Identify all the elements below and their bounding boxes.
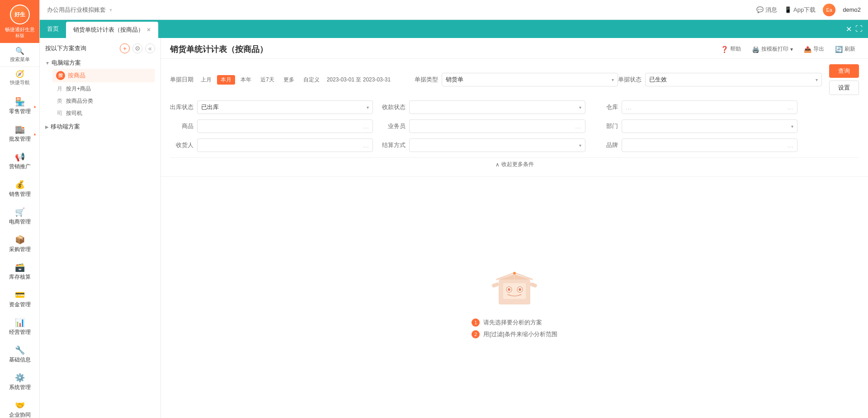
tree-item-icon-by-goods: 按 xyxy=(56,71,65,80)
app-download-label: App下载 xyxy=(793,6,816,14)
filter-settlement-control[interactable]: ▾ xyxy=(409,138,585,152)
query-button[interactable]: 查询 xyxy=(829,64,859,78)
empty-icon-svg xyxy=(487,257,542,311)
sidebar-menu-ecommerce[interactable]: 🛒 电商管理 xyxy=(0,203,39,230)
sidebar-menu-system[interactable]: ⚙️ 系统管理 xyxy=(0,368,39,396)
tab-sales-stats[interactable]: 销货单统计计表（按商品） ✕ xyxy=(66,22,158,38)
inventory-label: 库存核算 xyxy=(9,273,31,281)
filter-payment-status-control[interactable]: ▾ xyxy=(409,100,585,114)
sidebar-quick-nav[interactable]: 🧭 快捷导航 xyxy=(0,67,39,89)
warehouse-dots-icon[interactable]: … xyxy=(787,104,793,111)
message-action[interactable]: 💬 消息 xyxy=(756,6,777,14)
sidebar-menu-operation[interactable]: 📊 经营管理 xyxy=(0,313,39,341)
date-filter: 上月 本月 本年 近7天 更多 自定义 xyxy=(197,75,323,85)
refresh-btn[interactable]: 🔄 刷新 xyxy=(831,43,859,55)
sidebar-menu-marketing[interactable]: 📢 营销推广 xyxy=(0,147,39,175)
tree-group-mobile-header[interactable]: ▶ 移动端方案 xyxy=(45,121,155,133)
top-header-left: 办公用品行业模拟账套 ▾ xyxy=(47,6,112,14)
left-panel-actions: + ⚙ « xyxy=(120,43,155,53)
date-btn-custom[interactable]: 自定义 xyxy=(300,75,323,85)
maximize-window-btn[interactable]: ⛶ xyxy=(855,25,863,33)
content-area: 按以下方案查询 + ⚙ « ▼ 电脑端方案 按 按商品 xyxy=(40,38,868,418)
scheme-settings-btn[interactable]: ⚙ xyxy=(132,43,142,53)
search-icon: 🔍 xyxy=(15,47,24,55)
sidebar-menu-enterprise[interactable]: 🤝 企业协同 xyxy=(0,396,39,418)
collapse-label: 收起更多条件 xyxy=(501,161,534,168)
filter-goods-label: 商品 xyxy=(170,122,197,130)
brand-dots-icon[interactable]: … xyxy=(787,142,793,149)
filter-out-status-control[interactable]: 已出库 ▾ xyxy=(197,100,373,114)
sidebar-menu-inventory[interactable]: 🗃️ 库存核算 xyxy=(0,258,39,285)
sidebar-menu-retail[interactable]: 🏪 零售管理 xyxy=(0,92,39,120)
print-btn[interactable]: 🖨️ 按模板打印 ▾ xyxy=(748,43,797,55)
receiver-dots-icon[interactable]: … xyxy=(363,142,369,149)
export-btn[interactable]: 📤 导出 xyxy=(800,43,828,55)
filter-brand-control[interactable]: … xyxy=(622,138,797,152)
date-btn-this-month[interactable]: 本月 xyxy=(217,75,235,85)
page-title: 销货单统计计表（按商品） xyxy=(170,44,268,55)
tab-home[interactable]: 首页 xyxy=(40,20,66,38)
close-window-btn[interactable]: ✕ xyxy=(846,25,852,33)
date-btn-last-month[interactable]: 上月 xyxy=(197,75,215,85)
tree-subitem-goods-category[interactable]: 类 按商品分类 xyxy=(52,95,155,107)
user-avatar[interactable]: Ea xyxy=(823,4,835,16)
filter-receiver-item: 收货人 … xyxy=(170,138,373,152)
app-download-action[interactable]: 📱 App下载 xyxy=(784,6,816,14)
help-btn[interactable]: ❓ 帮助 xyxy=(717,43,745,55)
filter-row-4: 收货人 … 结算方式 ▾ xyxy=(170,138,859,152)
export-label: 导出 xyxy=(813,45,824,53)
date-btn-7days[interactable]: 近7天 xyxy=(257,75,278,85)
sidebar-menu-sales[interactable]: 💰 销售管理 xyxy=(0,175,39,203)
sidebar-menu-purchase[interactable]: 📦 采购管理 xyxy=(0,230,39,258)
action-buttons: 查询 设置 xyxy=(829,64,859,95)
system-icon: ⚙️ xyxy=(15,373,25,383)
tree-group-desktop-header[interactable]: ▼ 电脑端方案 xyxy=(45,57,155,69)
main-area: 办公用品行业模拟账套 ▾ 💬 消息 📱 App下载 Ea demo2 首页 销货… xyxy=(40,0,868,418)
filter-out-status-label: 出库状态 xyxy=(170,103,197,111)
collapse-panel-btn[interactable]: « xyxy=(145,43,155,53)
add-scheme-btn[interactable]: + xyxy=(120,43,130,53)
message-icon: 💬 xyxy=(756,6,764,13)
sales-label: 销售管理 xyxy=(9,190,31,198)
goods-dots-icon[interactable]: … xyxy=(363,123,369,130)
breadcrumb-arrow: ▾ xyxy=(109,7,112,13)
filter-receiver-control[interactable]: … xyxy=(197,138,373,152)
filter-salesperson-label: 业务员 xyxy=(382,122,409,130)
filter-goods-control[interactable]: … xyxy=(197,119,373,133)
filter-salesperson-control[interactable]: … xyxy=(409,119,585,133)
filter-settlement-label: 结算方式 xyxy=(382,141,409,149)
collapse-conditions-btn[interactable]: ∧ 收起更多条件 xyxy=(495,161,534,168)
filter-area: 单据日期 上月 本月 本年 近7天 更多 自定义 2023-03-01 至 20… xyxy=(161,59,868,177)
export-icon: 📤 xyxy=(804,46,811,53)
operation-icon: 📊 xyxy=(15,318,25,328)
sidebar-menu-basic[interactable]: 🔧 基础信息 xyxy=(0,341,39,368)
top-header: 办公用品行业模拟账套 ▾ 💬 消息 📱 App下载 Ea demo2 xyxy=(40,0,868,20)
filter-doc-status-control[interactable]: 已生效 ▾ xyxy=(645,73,822,86)
date-btn-this-year[interactable]: 本年 xyxy=(237,75,255,85)
compass-icon: 🧭 xyxy=(15,70,24,78)
sidebar-menu-finance[interactable]: 💳 资金管理 xyxy=(0,285,39,313)
inventory-icon: 🗃️ xyxy=(15,262,25,272)
user-name: demo2 xyxy=(843,6,861,13)
tree-subitem-label-category: 按商品分类 xyxy=(66,97,93,105)
tab-close-btn[interactable]: ✕ xyxy=(146,27,151,33)
settings-button[interactable]: 设置 xyxy=(829,81,859,95)
tree-group-mobile-label: 移动端方案 xyxy=(51,123,80,131)
filter-warehouse-control[interactable]: … … xyxy=(622,100,797,114)
sidebar-menu-wholesale[interactable]: 🏬 批发管理 xyxy=(0,120,39,147)
filter-dept-control[interactable]: ▾ xyxy=(622,119,797,133)
filter-row-3: 商品 … 业务员 … xyxy=(170,119,859,133)
filter-doc-type-control[interactable]: 销货单 ▾ xyxy=(442,73,618,86)
tree-subitem-month-goods[interactable]: 月 按月+商品 xyxy=(52,83,155,95)
system-label: 系统管理 xyxy=(9,384,31,391)
tree-item-by-goods[interactable]: 按 按商品 xyxy=(52,69,155,82)
collapse-row: ∧ 收起更多条件 xyxy=(170,157,859,171)
tree-subitem-driver[interactable]: 司 按司机 xyxy=(52,108,155,119)
sidebar-search[interactable]: 🔍 搜索菜单 xyxy=(0,43,39,67)
sidebar-logo[interactable]: 好生 畅捷通好生意 标版 xyxy=(0,0,39,43)
salesperson-dots-icon[interactable]: … xyxy=(575,123,581,130)
filter-warehouse-item: 仓库 … … xyxy=(594,100,797,114)
payment-status-arrow-icon: ▾ xyxy=(579,105,581,110)
operation-label: 经营管理 xyxy=(9,328,31,336)
date-btn-more[interactable]: 更多 xyxy=(280,75,298,85)
